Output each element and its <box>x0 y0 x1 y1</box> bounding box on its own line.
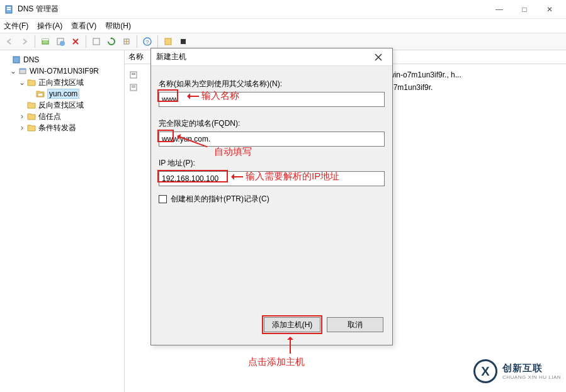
tree-cond-label: 条件转发器 <box>38 123 76 133</box>
ip-value: 192.168.100.100 <box>162 174 218 183</box>
close-button[interactable]: ✕ <box>537 1 562 18</box>
add-host-label: 添加主机(H) <box>272 320 313 330</box>
nav-back-button[interactable] <box>3 35 16 48</box>
dialog-title-bar[interactable]: 新建主机 <box>151 48 392 66</box>
menu-view[interactable]: 查看(V) <box>71 21 96 31</box>
tree-root-dns[interactable]: DNS <box>3 54 122 65</box>
folder-icon <box>26 78 37 87</box>
tree-cond-fwd[interactable]: › 条件转发器 <box>3 122 122 133</box>
watermark-name: 创新互联 <box>502 362 561 374</box>
refresh-button[interactable] <box>105 35 118 48</box>
svg-text:?: ? <box>145 39 149 45</box>
minimize-button[interactable]: — <box>487 1 512 18</box>
col-name: 名称 <box>128 52 144 62</box>
tree-server[interactable]: ⌄ WIN-O7M1UN3IF9R <box>3 65 122 77</box>
toolbar-separator <box>35 35 35 48</box>
name-field[interactable]: www <box>159 92 385 107</box>
svg-rect-16 <box>38 93 43 96</box>
close-icon <box>375 53 382 61</box>
menu-file[interactable]: 文件(F) <box>4 21 28 31</box>
filter-button[interactable] <box>161 35 175 48</box>
delete-button[interactable] <box>69 35 82 48</box>
folder-icon <box>26 101 37 109</box>
tree-server-label: WIN-O7M1UN3IF9R <box>30 67 99 76</box>
row2-text: o7m1un3if9r. <box>389 83 433 92</box>
row1-text: win-o7m1un3if9r., h... <box>389 70 461 79</box>
record-icon <box>128 70 139 80</box>
fqdn-value: www.yun.com. <box>162 135 210 143</box>
svg-rect-21 <box>132 86 135 86</box>
svg-rect-2 <box>7 9 11 10</box>
zone-icon <box>35 89 45 98</box>
add-button[interactable] <box>54 35 67 48</box>
nav-forward-button[interactable] <box>18 35 31 48</box>
ptr-checkbox[interactable]: 创建相关的指针(PTR)记录(C) <box>159 194 385 204</box>
menu-action[interactable]: 操作(A) <box>37 21 62 31</box>
export-button[interactable] <box>120 35 133 48</box>
tree-panel: DNS ⌄ WIN-O7M1UN3IF9R ⌄ 正向查找区域 yun.com 反… <box>0 50 125 392</box>
tree-rev-label: 反向查找区域 <box>38 100 84 111</box>
tree-rev-zones[interactable]: 反向查找区域 <box>3 99 122 111</box>
folder-icon <box>26 123 37 132</box>
svg-rect-18 <box>132 73 135 74</box>
help-button[interactable]: ? <box>140 35 154 48</box>
toolbar-separator <box>86 35 86 48</box>
ip-field[interactable]: 192.168.100.100 <box>159 171 385 186</box>
ip-label: IP 地址(P): <box>159 158 385 169</box>
toolbar-separator <box>157 35 158 48</box>
svg-rect-15 <box>20 69 26 70</box>
list-cell: o7m1un3if9r. <box>389 82 433 93</box>
svg-rect-4 <box>42 39 48 40</box>
ptr-label: 创建相关的指针(PTR)记录(C) <box>171 194 269 204</box>
server-icon <box>18 67 28 76</box>
name-label: 名称(如果为空则使用其父域名称)(N): <box>159 79 385 89</box>
maximize-button[interactable]: □ <box>512 1 537 18</box>
app-icon <box>4 4 14 14</box>
svg-rect-7 <box>93 38 99 45</box>
list-cell: win-o7m1un3if9r., h... <box>389 69 461 81</box>
tree-root-label: DNS <box>23 55 39 64</box>
dialog-title: 新建主机 <box>156 52 370 62</box>
fqdn-label: 完全限定的域名(FQDN): <box>159 118 385 129</box>
record-icon <box>128 82 139 92</box>
twisty-icon[interactable]: › <box>18 123 26 132</box>
watermark: X 创新互联 CHUANG XIN HU LIAN <box>473 359 561 383</box>
properties-button[interactable] <box>89 35 103 48</box>
svg-rect-19 <box>132 74 135 75</box>
name-value: www <box>162 95 178 104</box>
add-host-button[interactable]: 添加主机(H) <box>264 317 320 332</box>
tree-yun[interactable]: yun.com <box>3 88 122 99</box>
new-window-button[interactable] <box>38 35 52 48</box>
svg-rect-1 <box>7 7 11 8</box>
toolbar-separator <box>137 35 137 48</box>
svg-rect-13 <box>13 57 20 63</box>
folder-icon <box>26 112 37 121</box>
tree-yun-label: yun.com <box>47 89 79 99</box>
tree-trust[interactable]: › 信任点 <box>3 111 122 122</box>
list-row[interactable] <box>128 69 139 81</box>
svg-rect-11 <box>165 38 171 45</box>
dialog-close-button[interactable] <box>370 50 387 64</box>
svg-rect-12 <box>181 39 186 44</box>
new-host-dialog: 新建主机 名称(如果为空则使用其父域名称)(N): www 完全限定的域名(FQ… <box>150 48 393 345</box>
tree-trust-label: 信任点 <box>38 111 61 122</box>
checkbox-box <box>159 195 167 203</box>
twisty-icon[interactable]: ⌄ <box>9 67 18 76</box>
tree-fwd-zones[interactable]: ⌄ 正向查找区域 <box>3 77 122 88</box>
stop-button[interactable] <box>176 35 190 48</box>
list-row[interactable] <box>128 82 139 93</box>
cancel-button[interactable]: 取消 <box>327 317 383 332</box>
fqdn-field: www.yun.com. <box>159 132 385 147</box>
app-title: DNS 管理器 <box>18 4 487 14</box>
watermark-logo: X <box>473 359 497 383</box>
menu-bar: 文件(F) 操作(A) 查看(V) 帮助(H) <box>0 19 566 33</box>
twisty-icon[interactable]: › <box>18 112 26 121</box>
twisty-icon[interactable]: ⌄ <box>18 78 26 87</box>
tree-fwd-label: 正向查找区域 <box>38 77 84 88</box>
cancel-label: 取消 <box>348 320 363 330</box>
dns-icon <box>11 55 21 64</box>
svg-rect-22 <box>132 87 135 87</box>
svg-point-6 <box>60 41 65 46</box>
menu-help[interactable]: 帮助(H) <box>105 21 131 31</box>
watermark-pinyin: CHUANG XIN HU LIAN <box>502 374 561 380</box>
